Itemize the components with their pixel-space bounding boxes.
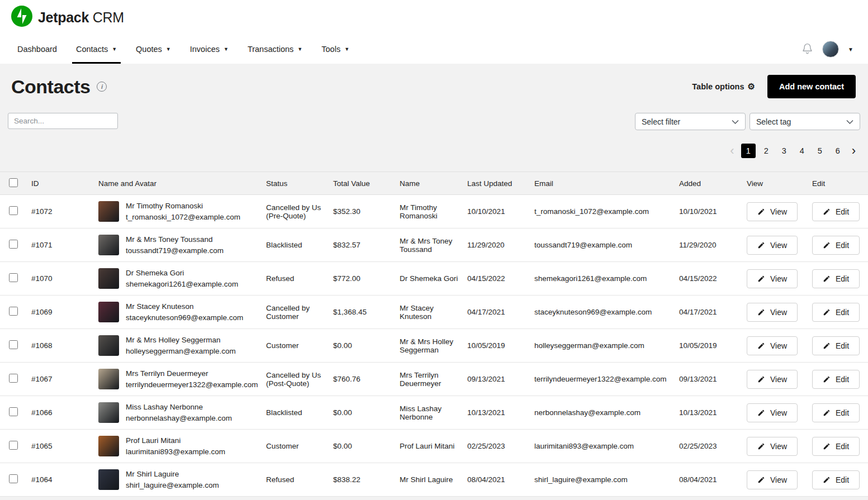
contact-name[interactable]: Miss Lashay Nerbonne [126, 402, 232, 413]
app-logo[interactable]: Jetpack CRM [11, 6, 124, 29]
contact-avatar [98, 436, 119, 456]
edit-button[interactable]: Edit [812, 336, 860, 355]
pagination-prev-icon[interactable]: ‹ [727, 145, 737, 157]
view-button[interactable]: View [747, 236, 798, 255]
view-button[interactable]: View [747, 403, 798, 422]
view-button[interactable]: View [747, 303, 798, 322]
row-checkbox[interactable] [9, 340, 18, 349]
nav-item-invoices[interactable]: Invoices ▼ [181, 35, 238, 64]
contact-name[interactable]: Prof Lauri Mitani [126, 435, 225, 446]
pagination-page-1[interactable]: 1 [741, 144, 756, 158]
contact-name[interactable]: Mrs Terrilyn Deuermeyer [126, 368, 258, 379]
user-avatar[interactable] [822, 41, 839, 58]
pagination-page-6[interactable]: 6 [831, 144, 845, 158]
nav-item-transactions[interactable]: Transactions ▼ [238, 35, 312, 64]
contact-email[interactable]: toussandt719@example.com [126, 245, 224, 256]
nav-item-tools[interactable]: Tools ▼ [312, 35, 359, 64]
pencil-icon [757, 308, 765, 316]
contact-name[interactable]: Mr & Mrs Holley Seggerman [126, 335, 236, 346]
row-checkbox[interactable] [9, 273, 18, 282]
contact-id: #1065 [31, 442, 98, 450]
view-button[interactable]: View [747, 437, 798, 456]
contact-name-avatar-cell: Mr Stacey Knuteson staceyknuteson969@exa… [98, 301, 266, 323]
nav-item-dashboard[interactable]: Dashboard [8, 35, 67, 64]
contact-id: #1071 [31, 241, 98, 249]
contact-status: Blacklisted [266, 241, 333, 249]
contact-name[interactable]: Mr Timothy Romanoski [126, 201, 240, 212]
pagination-page-3[interactable]: 3 [777, 144, 791, 158]
contact-email[interactable]: holleyseggerman@example.com [126, 346, 236, 357]
row-checkbox[interactable] [9, 240, 18, 249]
view-button[interactable]: View [747, 269, 798, 288]
bell-icon[interactable] [801, 42, 813, 56]
table-options-button[interactable]: Table options ⚙ [692, 82, 755, 92]
row-checkbox[interactable] [9, 474, 18, 483]
select-filter-dropdown[interactable]: Select filter [635, 113, 746, 130]
edit-button[interactable]: Edit [812, 269, 860, 288]
edit-button[interactable]: Edit [812, 437, 860, 456]
pagination: ‹ 1 2 3 4 5 6 › [0, 130, 868, 164]
view-button[interactable]: View [747, 336, 798, 355]
contact-total-value: $0.00 [333, 442, 400, 450]
contact-added: 02/25/2023 [679, 442, 747, 450]
contact-email[interactable]: shirl_laguire@example.com [126, 480, 219, 491]
contact-email[interactable]: shemekagori1261@example.com [126, 279, 238, 290]
contact-status: Cancelled by Us (Post-Quote) [266, 371, 333, 388]
contact-id: #1064 [31, 475, 98, 484]
edit-button[interactable]: Edit [812, 403, 860, 422]
pencil-icon [757, 275, 765, 283]
contact-total-value: $838.22 [333, 475, 400, 484]
row-checkbox[interactable] [9, 407, 18, 416]
row-checkbox-cell [9, 273, 31, 284]
contact-email-plain: nerbonnelashay@example.com [534, 408, 679, 417]
edit-button[interactable]: Edit [812, 202, 860, 221]
contact-email[interactable]: staceyknuteson969@example.com [126, 312, 243, 323]
nav-label: Transactions [248, 45, 293, 54]
contact-total-value: $1,368.45 [333, 308, 400, 316]
edit-button[interactable]: Edit [812, 303, 860, 322]
contact-name[interactable]: Mr Stacey Knuteson [126, 301, 243, 312]
info-icon[interactable]: i [97, 82, 107, 92]
contact-email-plain: shemekagori1261@example.com [534, 274, 679, 283]
contact-email[interactable]: t_romanoski_1072@example.com [126, 212, 240, 223]
row-checkbox[interactable] [9, 374, 18, 383]
contact-last-updated: 04/17/2021 [467, 308, 534, 316]
view-cell: View [747, 236, 812, 255]
contact-avatar [98, 369, 119, 389]
table-row: #1068 Mr & Mrs Holley Seggerman holleyse… [0, 329, 868, 363]
caret-down-icon: ▼ [297, 46, 302, 52]
contact-name[interactable]: Mr Shirl Laguire [126, 469, 219, 480]
contact-email[interactable]: nerbonnelashay@example.com [126, 413, 232, 424]
row-checkbox[interactable] [9, 307, 18, 316]
edit-button[interactable]: Edit [812, 470, 860, 489]
table-row: #1064 Mr Shirl Laguire shirl_laguire@exa… [0, 463, 868, 497]
edit-button[interactable]: Edit [812, 370, 860, 389]
pagination-page-2[interactable]: 2 [759, 144, 774, 158]
contact-name[interactable]: Dr Shemeka Gori [126, 268, 238, 279]
row-checkbox[interactable] [9, 441, 18, 450]
add-new-contact-button[interactable]: Add new contact [767, 75, 856, 98]
table-row: #1070 Dr Shemeka Gori shemekagori1261@ex… [0, 262, 868, 296]
pagination-next-icon[interactable]: › [848, 145, 859, 157]
view-button[interactable]: View [747, 202, 798, 221]
edit-cell: Edit [812, 269, 868, 288]
view-button[interactable]: View [747, 470, 798, 489]
view-cell: View [747, 470, 812, 489]
pencil-icon [823, 442, 831, 450]
pagination-page-4[interactable]: 4 [795, 144, 809, 158]
select-tag-dropdown[interactable]: Select tag [750, 113, 860, 130]
account-chevron-down-icon[interactable]: ▼ [848, 46, 853, 53]
nav-item-contacts[interactable]: Contacts ▼ [67, 35, 126, 64]
contact-last-updated: 10/10/2021 [467, 207, 534, 216]
select-all-checkbox[interactable] [9, 178, 18, 187]
search-input[interactable] [8, 113, 118, 129]
pagination-page-5[interactable]: 5 [813, 144, 827, 158]
column-header-view: View [747, 179, 812, 188]
contact-email[interactable]: terrilyndeuermeyer1322@example.com [126, 379, 258, 391]
view-button[interactable]: View [747, 370, 798, 389]
nav-item-quotes[interactable]: Quotes ▼ [126, 35, 181, 64]
contact-email[interactable]: laurimitani893@example.com [126, 446, 225, 458]
edit-button[interactable]: Edit [812, 236, 860, 255]
contact-name[interactable]: Mr & Mrs Toney Toussand [126, 234, 224, 245]
row-checkbox[interactable] [9, 206, 18, 215]
